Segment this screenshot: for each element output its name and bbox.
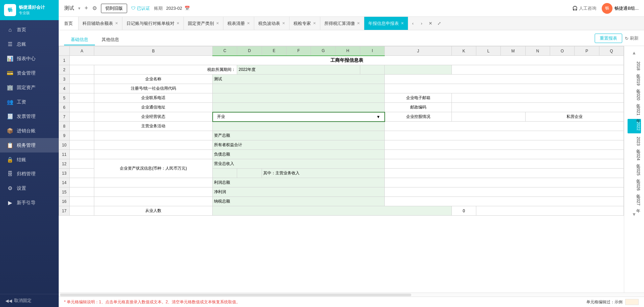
refresh-button[interactable]: ↻ 刷新 xyxy=(625,34,639,43)
tab-auxiliary[interactable]: 科目辅助余额表✕ xyxy=(78,17,122,30)
year-item-2020年[interactable]: 2020年 xyxy=(628,89,641,103)
tab-close-icon[interactable]: ✕ xyxy=(247,21,250,26)
settings-icon[interactable]: ⚙ xyxy=(92,5,97,11)
cell-10-C[interactable]: 所有者权益合计 xyxy=(213,140,385,150)
tab-prev-button[interactable]: ‹ xyxy=(409,19,417,28)
cell-11-J[interactable] xyxy=(385,150,624,159)
payroll-icon: 👥 xyxy=(7,99,13,105)
year-item-2023年[interactable]: 2023年 xyxy=(628,134,641,148)
sidebar-item-purchase-sales[interactable]: 📦进销台账 xyxy=(0,124,59,138)
sidebar-item-new-guide[interactable]: ▶新手引导 xyxy=(0,195,59,210)
cell-7-A xyxy=(70,112,94,122)
tab-next-button[interactable]: › xyxy=(418,19,426,28)
sidebar-unpin-button[interactable]: ◀◀ 取消固定 xyxy=(0,294,59,307)
sidebar-item-label: 资金管理 xyxy=(17,70,36,76)
year-item-2027年[interactable]: 2027年 xyxy=(628,194,641,208)
cell-7-N[interactable]: 私营企业 xyxy=(525,112,624,122)
cell-14-J[interactable] xyxy=(385,178,624,187)
tab-close-icon[interactable]: ✕ xyxy=(115,21,118,26)
cell-7-C-dropdown[interactable]: 开业▼ xyxy=(213,112,385,122)
content-area: 基础信息其他信息 重置报表 ↻ 刷新 ABCDEFGHIJKLMNOPQ xyxy=(59,30,644,307)
cell-6-C[interactable] xyxy=(213,103,385,112)
cell-10-J[interactable] xyxy=(385,140,624,150)
table-row: 17从业人数0 xyxy=(59,206,624,216)
tab-fixed-assets-type[interactable]: 固定资产类别✕ xyxy=(184,17,223,30)
spreadsheet-container[interactable]: ABCDEFGHIJKLMNOPQ 1工商年报信息表2税款所属期间：2022年度… xyxy=(59,46,624,293)
year-up-button[interactable]: ▲ xyxy=(629,47,640,58)
cell-8-C[interactable] xyxy=(213,122,385,131)
tab-close-icon[interactable]: ✕ xyxy=(401,21,404,26)
tab-close-icon[interactable]: ✕ xyxy=(313,21,316,26)
consult-button[interactable]: 🎧 人工咨询 xyxy=(572,5,596,11)
tab-close-icon[interactable]: ✕ xyxy=(176,21,179,26)
tab-tax-fluctuation[interactable]: 税负波动表✕ xyxy=(254,17,289,30)
tab-journal[interactable]: 日记账与银行对账单核对✕ xyxy=(122,17,184,30)
subtab-other[interactable]: 其他信息 xyxy=(95,35,126,45)
tab-tax-return[interactable]: 税表清册✕ xyxy=(223,17,254,30)
add-workspace-button[interactable]: + xyxy=(85,5,88,12)
cell-12-C[interactable]: 营业总收入 xyxy=(213,159,385,169)
cell-6-K[interactable] xyxy=(451,103,624,112)
cell-9-B xyxy=(94,131,213,140)
sidebar-item-fund-management[interactable]: 💳资金管理 xyxy=(0,66,59,80)
year-item-2019年[interactable]: 2019年 xyxy=(628,74,641,88)
cell-14-A xyxy=(70,178,94,187)
cell-13-E[interactable]: 其中：主营业务收入 xyxy=(262,169,385,178)
tab-close-icon[interactable]: ✕ xyxy=(216,21,219,26)
tab-close-icon[interactable]: ✕ xyxy=(357,21,360,26)
tab-income-tax[interactable]: 所得税汇算清缴✕ xyxy=(320,17,364,30)
tab-expand-button[interactable]: ⤢ xyxy=(435,19,443,28)
new-guide-icon: ▶ xyxy=(7,200,13,206)
sidebar-item-label: 发票管理 xyxy=(17,114,36,120)
cell-9-C[interactable]: 资产总额 xyxy=(213,131,385,140)
tab-close-all-button[interactable]: ✕ xyxy=(426,19,434,28)
cell-5-K[interactable] xyxy=(451,93,624,103)
sidebar-item-tax-management[interactable]: 📋税务管理 xyxy=(0,138,59,152)
cell-7-K[interactable] xyxy=(451,112,525,122)
sidebar-item-general-ledger[interactable]: ☰总账 xyxy=(0,37,59,51)
year-down-button[interactable]: ▼ xyxy=(629,209,640,220)
tab-annual-report[interactable]: 年报信息申报表✕ xyxy=(364,17,408,30)
year-item-2021年[interactable]: 2021年 xyxy=(628,104,641,118)
cell-9-J[interactable] xyxy=(385,131,624,140)
tab-close-icon[interactable]: ✕ xyxy=(282,21,285,26)
sidebar-item-archive[interactable]: 🗄归档管理 xyxy=(0,167,59,181)
cell-4-C[interactable] xyxy=(213,84,385,93)
cell-5-C[interactable] xyxy=(213,93,385,103)
year-item-2024年[interactable]: 2024年 xyxy=(628,149,641,163)
cell-4-A xyxy=(70,84,94,93)
switch-old-version-button[interactable]: 切到旧版 xyxy=(101,4,127,13)
fixed-assets-icon: 🏢 xyxy=(7,84,13,91)
year-item-2022年[interactable]: 2022年 xyxy=(628,119,641,133)
cell-3-C[interactable]: 测试 xyxy=(213,75,385,84)
cell-12-J[interactable] xyxy=(385,159,624,169)
sidebar-item-invoice-management[interactable]: 🧾发票管理 xyxy=(0,109,59,124)
tab-tax-expert[interactable]: 税检专家✕ xyxy=(289,17,320,30)
sidebar-item-report-center[interactable]: 📊报表中心 xyxy=(0,51,59,66)
year-item-2018年[interactable]: 2018年 xyxy=(628,59,641,73)
sidebar-item-settings[interactable]: ⚙设置 xyxy=(0,181,59,195)
cell-16-J[interactable] xyxy=(385,197,624,206)
subtab-basic[interactable]: 基础信息 xyxy=(64,35,95,45)
horizontal-scroll[interactable] xyxy=(59,293,644,297)
sidebar-item-payroll[interactable]: 👥工资 xyxy=(0,95,59,109)
fund-management-icon: 💳 xyxy=(7,70,13,76)
cell-14-C[interactable]: 利润总额 xyxy=(213,178,385,187)
sidebar-item-fixed-assets[interactable]: 🏢固定资产 xyxy=(0,80,59,95)
cell-16-C[interactable]: 纳税总额 xyxy=(213,197,385,206)
cell-13-J[interactable] xyxy=(385,169,624,178)
workspace-chevron-icon[interactable]: ▾ xyxy=(78,6,80,11)
year-item-2025年[interactable]: 2025年 xyxy=(628,164,641,178)
year-item-2026年[interactable]: 2026年 xyxy=(628,179,641,193)
tab-home[interactable]: 首页 xyxy=(59,17,78,30)
cell-15-J[interactable] xyxy=(385,187,624,197)
sidebar-item-home[interactable]: ⌂首页 xyxy=(0,23,59,37)
row-header-2: 2 xyxy=(59,65,70,75)
cell-15-C[interactable]: 净利润 xyxy=(213,187,385,197)
cell-17-C[interactable] xyxy=(213,206,452,216)
cell-2-C[interactable]: 2022年度 xyxy=(237,65,360,75)
reset-report-button[interactable]: 重置报表 xyxy=(595,34,622,43)
user-menu[interactable]: 畅 畅捷通B组... xyxy=(602,3,639,14)
cell-11-C[interactable]: 负债总额 xyxy=(213,150,385,159)
sidebar-item-closing[interactable]: 🔒结账 xyxy=(0,152,59,167)
